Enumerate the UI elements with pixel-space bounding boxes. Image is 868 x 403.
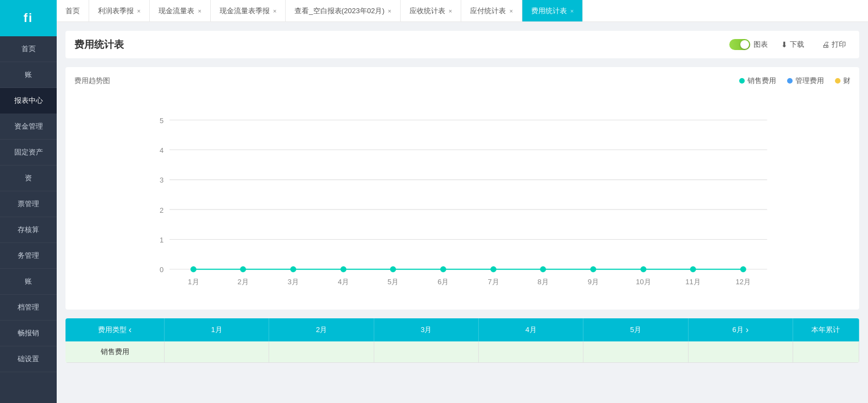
col-header-m5: 5月 xyxy=(583,318,688,341)
page-header: 费用统计表 图表 ⬇ 下载 🖨 打印 xyxy=(65,31,859,58)
col-header-total: 本年累计 xyxy=(793,318,859,341)
chart-header: 费用趋势图 销售费用 管理费用 财 xyxy=(74,76,850,86)
legend-sales: 销售费用 xyxy=(739,76,776,86)
main-area: 首页 利润表季报 × 现金流量表 × 现金流量表季报 × 查看_空白报表(202… xyxy=(57,0,868,403)
svg-text:4月: 4月 xyxy=(338,278,349,286)
tab-close-expense-stats[interactable]: × xyxy=(570,8,574,14)
chart-toggle-wrap: 图表 xyxy=(729,39,768,50)
sidebar-item-fund-mgmt[interactable]: 资金管理 xyxy=(0,114,57,140)
sidebar-item-fixed-assets[interactable]: 固定资产 xyxy=(0,140,57,165)
expense-table: 费用类型 ‹ 1月 2月 3月 4月 5月 xyxy=(65,318,859,363)
col-header-m4: 4月 xyxy=(479,318,583,341)
svg-text:1月: 1月 xyxy=(188,278,199,286)
svg-point-27 xyxy=(341,266,347,272)
col-header-m3: 3月 xyxy=(374,318,479,341)
sidebar-item-assets[interactable]: 资 xyxy=(0,165,57,191)
sidebar-item-home[interactable]: 首页 xyxy=(0,36,57,62)
svg-point-26 xyxy=(290,266,296,272)
svg-text:10月: 10月 xyxy=(636,278,651,286)
svg-point-33 xyxy=(641,266,647,272)
col-header-m1: 1月 xyxy=(165,318,269,341)
tab-home[interactable]: 首页 xyxy=(57,0,89,22)
page-content: 费用统计表 图表 ⬇ 下载 🖨 打印 费用趋势图 xyxy=(57,22,868,403)
svg-text:12月: 12月 xyxy=(736,278,751,286)
svg-text:5月: 5月 xyxy=(387,278,398,286)
col-header-type: 费用类型 ‹ xyxy=(65,318,165,341)
svg-point-32 xyxy=(590,266,596,272)
sidebar-item-inventory[interactable]: 存核算 xyxy=(0,217,57,243)
cell-m6-sales xyxy=(689,341,793,362)
prev-months-button[interactable]: ‹ xyxy=(129,325,132,335)
tab-cashflow[interactable]: 现金流量表 × xyxy=(150,0,210,22)
cell-m4-sales xyxy=(479,341,583,362)
legend-label-mgmt: 管理费用 xyxy=(795,76,824,86)
legend-label-sales: 销售费用 xyxy=(747,76,776,86)
tab-bar: 首页 利润表季报 × 现金流量表 × 现金流量表季报 × 查看_空白报表(202… xyxy=(57,0,868,22)
table-row: 销售费用 xyxy=(65,341,859,363)
sidebar-item-archive-mgmt[interactable]: 档管理 xyxy=(0,295,57,321)
tab-close-blank-report[interactable]: × xyxy=(388,8,391,14)
tab-close-cashflow[interactable]: × xyxy=(198,8,201,14)
svg-text:4: 4 xyxy=(160,146,163,154)
tab-close-cashflow-quarterly[interactable]: × xyxy=(273,8,276,14)
trend-chart: 0 1 2 3 4 5 1月 2月 3月 4月 5月 6月 7月 8月 9月 1… xyxy=(74,90,850,299)
svg-point-29 xyxy=(440,266,446,272)
tab-close-payable[interactable]: × xyxy=(509,8,512,14)
next-months-button[interactable]: › xyxy=(746,325,749,335)
tab-profit-quarterly[interactable]: 利润表季报 × xyxy=(89,0,150,22)
svg-text:2: 2 xyxy=(160,206,163,214)
svg-text:3月: 3月 xyxy=(288,278,299,286)
sidebar: fi 首页 账 报表中心 资金管理 固定资产 资 票管理 存核算 务管理 账 档… xyxy=(0,0,57,403)
sidebar-item-ticket-mgmt[interactable]: 票管理 xyxy=(0,191,57,217)
sidebar-item-expense[interactable]: 畅报销 xyxy=(0,321,57,346)
cell-m1-sales xyxy=(165,341,269,362)
legend-dot-finance xyxy=(835,78,840,84)
chart-toggle-label: 图表 xyxy=(754,40,768,49)
chart-container: 费用趋势图 销售费用 管理费用 财 xyxy=(65,67,859,310)
tab-expense-stats[interactable]: 费用统计表 × xyxy=(522,0,583,22)
tab-close-receivable[interactable]: × xyxy=(449,8,452,14)
svg-point-35 xyxy=(740,266,746,272)
page-title: 费用统计表 xyxy=(74,38,124,51)
svg-text:0: 0 xyxy=(160,266,163,274)
header-actions: 图表 ⬇ 下载 🖨 打印 xyxy=(729,37,850,52)
sidebar-item-ledger[interactable]: 账 xyxy=(0,269,57,295)
svg-point-30 xyxy=(490,266,496,272)
chart-legend: 销售费用 管理费用 财 xyxy=(739,76,850,86)
svg-text:9月: 9月 xyxy=(588,278,599,286)
sidebar-item-basic-settings[interactable]: 础设置 xyxy=(0,346,57,372)
sidebar-item-account[interactable]: 账 xyxy=(0,62,57,88)
sidebar-item-service-mgmt[interactable]: 务管理 xyxy=(0,243,57,269)
tab-close-profit-quarterly[interactable]: × xyxy=(137,8,140,14)
download-button[interactable]: ⬇ 下载 xyxy=(777,37,809,52)
svg-text:8月: 8月 xyxy=(537,278,548,286)
cell-total-sales xyxy=(793,341,859,362)
legend-finance: 财 xyxy=(835,76,850,86)
svg-point-25 xyxy=(240,266,246,272)
tab-payable[interactable]: 应付统计表 × xyxy=(461,0,522,22)
table-header-row: 费用类型 ‹ 1月 2月 3月 4月 5月 xyxy=(65,318,859,341)
svg-text:5: 5 xyxy=(160,117,163,125)
svg-point-31 xyxy=(540,266,546,272)
legend-dot-mgmt xyxy=(787,78,793,84)
svg-point-34 xyxy=(690,266,696,272)
col-header-m2: 2月 xyxy=(269,318,374,341)
cell-m2-sales xyxy=(269,341,374,362)
cell-m3-sales xyxy=(374,341,479,362)
svg-text:7月: 7月 xyxy=(488,278,499,286)
tab-receivable[interactable]: 应收统计表 × xyxy=(401,0,461,22)
download-icon: ⬇ xyxy=(781,40,788,49)
svg-point-28 xyxy=(390,266,396,272)
legend-dot-sales xyxy=(739,78,745,84)
print-icon: 🖨 xyxy=(822,40,829,49)
chart-title: 费用趋势图 xyxy=(74,76,110,86)
svg-text:1: 1 xyxy=(160,236,163,244)
cell-m5-sales xyxy=(583,341,688,362)
sidebar-item-report-center[interactable]: 报表中心 xyxy=(0,88,57,114)
tab-cashflow-quarterly[interactable]: 现金流量表季报 × xyxy=(211,0,286,22)
tab-blank-report[interactable]: 查看_空白报表(2023年02月) × xyxy=(286,0,401,22)
col-header-m6: 6月 › xyxy=(689,318,793,341)
print-button[interactable]: 🖨 打印 xyxy=(817,37,850,52)
chart-toggle[interactable] xyxy=(729,39,750,50)
legend-label-finance: 财 xyxy=(843,76,850,86)
